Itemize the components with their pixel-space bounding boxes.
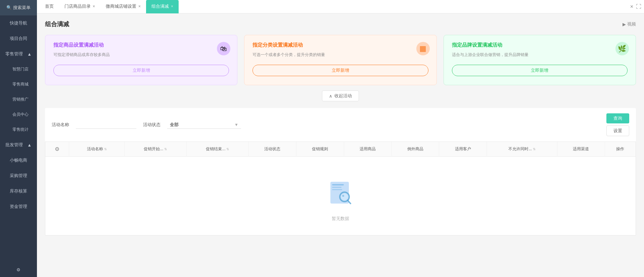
activity-table: ⚙ 活动名称 ⇅ 促销开始... ⇅: [45, 142, 636, 235]
col-exception-goods: 例外商品: [392, 142, 439, 157]
video-link[interactable]: ▶ 视频: [623, 21, 636, 27]
promo-category-desc: 可选一个或者多个分类，提升分类的销量: [252, 52, 428, 58]
sidebar-item-finance[interactable]: 资金管理: [0, 199, 37, 214]
activity-name-label: 活动名称: [52, 122, 69, 128]
sidebar-item-label: 快捷导航: [10, 20, 27, 26]
svg-rect-1: [332, 184, 344, 185]
col-gear[interactable]: ⚙: [45, 142, 69, 157]
tab-home-label: 首页: [45, 3, 54, 9]
sidebar-item-inventory[interactable]: 库存核算: [0, 183, 37, 199]
sidebar-item-retail-stats[interactable]: 零售统计: [0, 122, 37, 137]
sort-promo-end[interactable]: 促销结束... ⇅: [190, 146, 245, 152]
gear-icon: ⚙: [16, 267, 20, 272]
activity-status-label: 活动状态: [143, 122, 160, 128]
empty-state: 暂无数据: [45, 157, 636, 235]
filter-actions: 查询 设置: [606, 113, 629, 136]
sidebar-item-smart-store[interactable]: 智慧门店: [0, 62, 37, 77]
sort-no-concurrent[interactable]: 不允许同时... ⇅: [490, 146, 554, 152]
col-label: 不允许同时...: [508, 146, 532, 152]
col-label: 促销结束...: [206, 146, 225, 152]
col-promo-end: 促销结束... ⇅: [186, 142, 248, 157]
tab-combo-discount[interactable]: 组合满减 ×: [146, 0, 179, 13]
sort-activity-name[interactable]: 活动名称 ⇅: [73, 146, 121, 152]
settings-button[interactable]: 设置: [606, 125, 629, 136]
table-header-row: ⚙ 活动名称 ⇅ 促销开始... ⇅: [45, 142, 636, 157]
sidebar-search-label: 搜索菜单: [13, 5, 31, 10]
col-label: 活动状态: [264, 147, 280, 151]
sidebar-item-label: 会员中心: [12, 112, 29, 117]
col-promo-start: 促销开始... ⇅: [124, 142, 186, 157]
sidebar-item-project-contract[interactable]: 项目合同: [0, 31, 37, 46]
sidebar-item-label: 项目合同: [10, 36, 27, 42]
sidebar-item-label: 批发管理: [5, 142, 23, 148]
col-label: 适用渠道: [573, 147, 589, 151]
collapse-bar: ∧ 收起活动: [45, 91, 636, 101]
sidebar: 🔍 搜索菜单 快捷导航 项目合同 零售管理 ▲ 智慧门店 零售商城 营销推广 会…: [0, 0, 37, 277]
sidebar-item-label: 采购管理: [10, 173, 27, 179]
svg-rect-2: [332, 187, 341, 188]
filter-row: 活动名称 活动状态 全部 进行中 未开始 已结束 ▼ 查询 设置: [45, 108, 636, 142]
tab-wechat-store-label: 微商城店铺设置: [106, 3, 136, 9]
sort-icon: ⇅: [164, 147, 167, 151]
activity-status-select[interactable]: 全部 进行中 未开始 已结束: [170, 122, 232, 127]
sidebar-item-xiaochangec[interactable]: 小畅电商: [0, 153, 37, 168]
col-no-concurrent: 不允许同时... ⇅: [487, 142, 557, 157]
sidebar-item-label: 资金管理: [10, 204, 27, 210]
col-label: 促销规则: [312, 147, 328, 151]
tab-wechat-store-close[interactable]: ×: [138, 4, 141, 9]
empty-text: 暂无数据: [332, 216, 349, 222]
sidebar-item-member-center[interactable]: 会员中心: [0, 107, 37, 122]
sidebar-item-label: 零售统计: [12, 127, 29, 132]
sidebar-item-quick-nav[interactable]: 快捷导航: [0, 15, 37, 31]
collapse-label: 收起活动: [334, 93, 352, 99]
tab-home[interactable]: 首页: [40, 0, 59, 13]
chevron-up-icon: ▲: [27, 52, 32, 57]
sidebar-item-marketing[interactable]: 营销推广: [0, 92, 37, 107]
fullscreen-button[interactable]: ⛶: [636, 4, 641, 10]
sidebar-item-label: 小畅电商: [10, 157, 27, 163]
tab-store-catalog-close[interactable]: ×: [93, 4, 95, 9]
sidebar-item-purchase-mgmt[interactable]: 采购管理: [0, 168, 37, 183]
promo-product-title: 指定商品设置满减活动: [53, 42, 229, 48]
sidebar-search[interactable]: 🔍 搜索菜单: [0, 0, 37, 15]
chevron-up-icon: ∧: [329, 94, 332, 99]
sidebar-item-wholesale-mgmt[interactable]: 批发管理 ▲: [0, 137, 37, 153]
tab-bar: 首页 门店商品目录 × 微商城店铺设置 × 组合满减 × × ⛶: [37, 0, 644, 13]
col-activity-status: 活动状态: [249, 142, 296, 157]
gear-icon[interactable]: ⚙: [55, 146, 59, 152]
promo-card-specify-brand: 🌿 指定品牌设置满减活动 适合与上游企业联合做营销，提升品牌销量 立即新增: [444, 35, 636, 85]
col-operation: 操作: [605, 142, 636, 157]
page-content: 组合满减 ▶ 视频 🛍 指定商品设置满减活动 可指定滞销商品或库存较多商品 立即…: [37, 13, 644, 277]
sort-promo-start[interactable]: 促销开始... ⇅: [128, 146, 183, 152]
query-button[interactable]: 查询: [606, 113, 629, 123]
collapse-activity-button[interactable]: ∧ 收起活动: [322, 91, 359, 101]
col-promo-rule: 促销规则: [296, 142, 344, 157]
sidebar-item-label: 零售管理: [5, 51, 23, 57]
sidebar-item-label: 营销推广: [12, 97, 29, 102]
col-activity-name: 活动名称 ⇅: [69, 142, 124, 157]
page-title: 组合满减: [45, 20, 69, 28]
promo-brand-btn[interactable]: 立即新增: [452, 65, 628, 76]
tab-combo-discount-close[interactable]: ×: [171, 4, 173, 9]
promo-brand-desc: 适合与上游企业联合做营销，提升品牌销量: [452, 52, 628, 58]
close-window-button[interactable]: ×: [630, 4, 633, 10]
col-label: 操作: [616, 147, 624, 151]
sort-icon: ⇅: [533, 147, 536, 151]
tab-wechat-store[interactable]: 微商城店铺设置 ×: [100, 0, 146, 13]
promo-category-btn[interactable]: 立即新增: [252, 65, 428, 76]
promo-category-icon: ▦: [416, 42, 430, 55]
chevron-down-icon: ▲: [27, 143, 32, 148]
col-label: 适用客户: [455, 147, 471, 151]
sidebar-settings[interactable]: ⚙: [0, 263, 37, 277]
empty-icon: [324, 177, 357, 210]
main-area: 首页 门店商品目录 × 微商城店铺设置 × 组合满减 × × ⛶ 组合满减 ▶ …: [37, 0, 644, 277]
promo-card-specify-product: 🛍 指定商品设置满减活动 可指定滞销商品或库存较多商品 立即新增: [45, 35, 237, 85]
promo-product-btn[interactable]: 立即新增: [53, 65, 229, 76]
sidebar-item-retail-mall[interactable]: 零售商城: [0, 77, 37, 92]
activity-name-input[interactable]: [76, 121, 136, 129]
sidebar-item-retail-mgmt[interactable]: 零售管理 ▲: [0, 46, 37, 62]
tab-store-catalog[interactable]: 门店商品目录 ×: [59, 0, 100, 13]
chevron-down-icon: ▼: [234, 122, 238, 127]
promo-cards-row: 🛍 指定商品设置满减活动 可指定滞销商品或库存较多商品 立即新增 ▦ 指定分类设…: [45, 35, 636, 85]
col-applicable-goods: 适用商品: [344, 142, 392, 157]
